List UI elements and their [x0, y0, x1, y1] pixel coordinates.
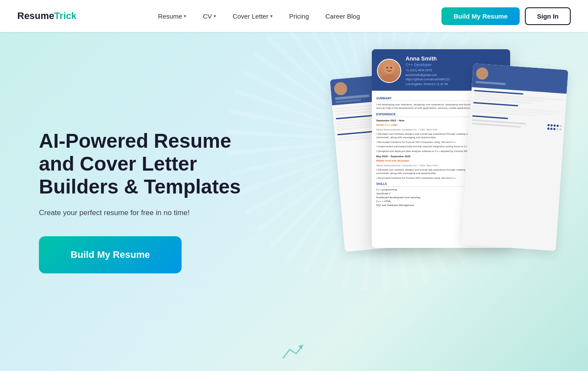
hero-title: AI-Powered Resume and Cover Letter Build… [39, 130, 242, 198]
avatar [377, 59, 401, 83]
svg-point-3 [390, 67, 392, 69]
avatar-face [378, 60, 400, 82]
nav-cv[interactable]: CV ▾ [197, 9, 222, 23]
chevron-down-icon: ▾ [270, 13, 273, 19]
nav-career-blog[interactable]: Career Blog [320, 9, 366, 23]
nav-pricing[interactable]: Pricing [283, 9, 315, 23]
logo-resume-text: Resume [17, 10, 54, 22]
hero-subtitle: Create your perfect resume for free in n… [39, 209, 242, 217]
svg-point-1 [382, 74, 396, 83]
bottom-decorative-icon [281, 341, 307, 362]
resume-card-back-right [461, 63, 569, 251]
nav-right: Build My Resume Sign In [441, 7, 571, 25]
nav-career-blog-label: Career Blog [326, 13, 360, 20]
navbar: ResumeTrick Resume ▾ CV ▾ Cover Letter ▾… [0, 0, 588, 32]
logo[interactable]: ResumeTrick [17, 10, 77, 22]
skill-name: C++ + HTML [376, 200, 391, 203]
nav-cv-label: CV [203, 13, 212, 20]
svg-point-2 [387, 67, 388, 69]
svg-point-0 [383, 63, 395, 74]
skill-name: Dashboard development and reporting [376, 196, 420, 199]
logo-trick-text: Trick [54, 10, 77, 22]
nav-resume-label: Resume [158, 13, 182, 20]
nav-cover-letter[interactable]: Cover Letter ▾ [227, 9, 279, 23]
nav-cover-letter-label: Cover Letter [233, 13, 268, 20]
navbar-build-button[interactable]: Build My Resume [441, 7, 520, 25]
skill-name: C++ programming [376, 188, 397, 191]
nav-links: Resume ▾ CV ▾ Cover Letter ▾ Pricing Car… [152, 9, 366, 23]
chevron-down-icon: ▾ [214, 13, 216, 19]
skill-name: JavaScript C [376, 192, 391, 195]
chevron-down-icon: ▾ [184, 13, 186, 19]
navbar-signin-button[interactable]: Sign In [525, 7, 571, 25]
resume-preview-group: Anna Smith C++ Developer +1 (312) 4434 0… [337, 49, 588, 343]
skill-name: SQL and Database Management [376, 204, 414, 206]
hero-section: AI-Powered Resume and Cover Letter Build… [0, 32, 588, 371]
hero-content: AI-Powered Resume and Cover Letter Build… [0, 130, 242, 273]
resume-person-name: Anna Smith [406, 55, 505, 62]
hero-cta-button[interactable]: Build My Resume [39, 236, 182, 273]
nav-resume[interactable]: Resume ▾ [152, 9, 192, 23]
nav-pricing-label: Pricing [289, 13, 309, 20]
